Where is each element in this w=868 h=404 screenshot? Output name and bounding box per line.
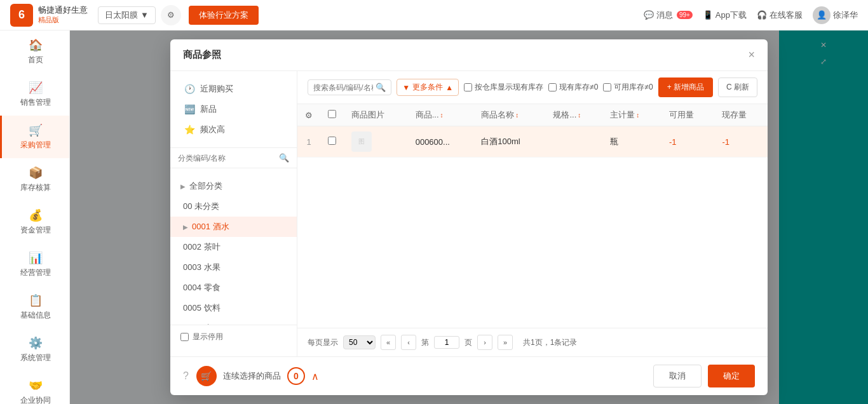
tree-item-0003 水果[interactable]: 0003 水果 (170, 257, 297, 278)
category-search-input[interactable] (178, 154, 276, 163)
tree-arrow-icon: ▶ (180, 183, 186, 190)
last-page-button[interactable]: » (498, 335, 513, 350)
sidebar-item-系统管理[interactable]: ⚙️系统管理 (0, 328, 69, 371)
product-search-icon[interactable]: 🔍 (376, 83, 386, 92)
row-available: -1 (661, 126, 714, 158)
page-number-input[interactable] (434, 336, 459, 349)
service-nav-item[interactable]: 🎧 在线客服 (757, 10, 803, 21)
quick-section: 🕐近期购买🆕新品⭐频次高 (170, 79, 297, 145)
trial-button[interactable]: 体验行业方案 (189, 6, 259, 25)
sidebar-item-库存核算[interactable]: 📦库存核算 (0, 158, 69, 201)
footer-buttons: 取消 确定 (653, 365, 755, 387)
col-unit[interactable]: 主计量↕ (602, 104, 661, 126)
store-selector[interactable]: 日太阳膜 ▼ (98, 6, 156, 24)
col-spec[interactable]: 规格...↕ (545, 104, 602, 126)
sidebar-item-资金管理[interactable]: 💰资金管理 (0, 201, 69, 243)
dialog-close-button[interactable]: × (748, 48, 755, 62)
product-table-wrap: ⚙ 商品图片 商品...↕ 商品名称↕ 规格...↕ 主计量↕ 可用量 现存量 (297, 104, 768, 328)
dialog-header: 商品参照 × (170, 39, 768, 71)
cancel-button[interactable]: 取消 (653, 365, 702, 387)
cart-icon[interactable]: 🛒 (196, 366, 217, 386)
tree-item-0008 水[interactable]: 0008 水 (170, 318, 297, 325)
tree-item-label: 0002 茶叶 (183, 241, 220, 253)
product-search-wrap: 🔍 (308, 79, 391, 95)
col-settings[interactable]: ⚙ (297, 104, 320, 126)
sidebar-item-企业协同[interactable]: 🤝企业协同 (0, 371, 69, 404)
user-nav-item[interactable]: 👤 徐泽华 (813, 6, 858, 24)
sidebar-label: 经营管理 (20, 267, 51, 278)
row-checkbox[interactable] (320, 126, 344, 158)
dialog-body: 🕐近期购买🆕新品⭐频次高 🔍 ▶全部分类00 未分类▶0001 酒水0002 茶… (170, 71, 768, 356)
product-thumb: 图 (351, 131, 372, 152)
tree-item-label: 0003 水果 (183, 262, 220, 273)
sidebar-label: 首页 (28, 55, 43, 65)
sidebar: 🏠首页📈销售管理🛒采购管理📦库存核算💰资金管理📊经营管理📋基础信息⚙️系统管理🤝… (0, 30, 70, 404)
col-stock: 现存量 (714, 104, 768, 126)
tree-item-0002 茶叶[interactable]: 0002 茶叶 (170, 237, 297, 257)
stock-filter-checkbox[interactable]: 现有库存≠0 (548, 82, 598, 93)
confirm-button[interactable]: 确定 (708, 365, 755, 387)
filter-icon: ▼ (402, 83, 410, 92)
settings-button[interactable]: ⚙ (161, 5, 181, 25)
app-download-nav-item[interactable]: 📱 App下载 (703, 10, 747, 21)
tree-item-label: 0004 零食 (183, 282, 220, 293)
select-all-checkbox[interactable] (328, 110, 336, 118)
per-page-label: 每页显示 (308, 337, 338, 348)
tree-item-0004 零食[interactable]: 0004 零食 (170, 278, 297, 298)
quick-item-频次高[interactable]: ⭐频次高 (178, 119, 289, 140)
tree-item-0001 酒水[interactable]: ▶0001 酒水 (170, 217, 297, 237)
tree-arrow-icon: ▶ (183, 224, 188, 231)
sidebar-item-基础信息[interactable]: 📋基础信息 (0, 286, 69, 328)
per-page-select[interactable]: 50 100 (343, 335, 376, 349)
pagination-row: 每页显示 50 100 « ‹ 第 页 › » 共 (297, 328, 768, 356)
search-icon[interactable]: 🔍 (279, 153, 289, 163)
tree-item-label: 0005 饮料 (183, 302, 220, 314)
page-suffix: 页 (465, 337, 472, 348)
headset-icon: 🎧 (757, 10, 767, 20)
available-filter-checkbox[interactable]: 可用库存≠0 (603, 82, 653, 93)
sidebar-item-销售管理[interactable]: 📈销售管理 (0, 73, 69, 116)
help-icon[interactable]: ? (183, 370, 189, 382)
add-product-button[interactable]: + 新增商品 (658, 77, 713, 97)
top-nav: 6 畅捷通好生意 精品版 日太阳膜 ▼ ⚙ 体验行业方案 💬 消息 99+ 📱 … (0, 0, 868, 30)
tree-item-00 未分类[interactable]: 00 未分类 (170, 196, 297, 217)
cart-area: 🛒 连续选择的商品 0 ∧ (196, 366, 319, 386)
show-disabled-checkbox[interactable] (180, 333, 189, 341)
expand-cart-button[interactable]: ∧ (311, 370, 319, 382)
col-name[interactable]: 商品名称↕ (473, 104, 545, 126)
cart-label: 连续选择的商品 (223, 370, 281, 382)
sidebar-item-采购管理[interactable]: 🛒采购管理 (0, 116, 69, 158)
sidebar-item-经营管理[interactable]: 📊经营管理 (0, 243, 69, 286)
brand-sub: 精品版 (38, 15, 88, 25)
category-search-row: 🔍 (170, 147, 297, 168)
tree-item-0005 饮料[interactable]: 0005 饮料 (170, 298, 297, 318)
tree-item-label: 0001 酒水 (192, 221, 229, 232)
main-layout: 🏠首页📈销售管理🛒采购管理📦库存核算💰资金管理📊经营管理📋基础信息⚙️系统管理🤝… (0, 30, 868, 404)
row-num: 1 (297, 126, 320, 158)
sidebar-label: 资金管理 (20, 225, 51, 236)
sidebar-label: 销售管理 (20, 97, 51, 108)
prev-page-button[interactable]: ‹ (401, 335, 416, 350)
sidebar-item-首页[interactable]: 🏠首页 (0, 30, 69, 73)
quick-item-近期购买[interactable]: 🕐近期购买 (178, 79, 289, 99)
tree-item-label: 00 未分类 (183, 201, 219, 212)
message-icon: 💬 (644, 10, 654, 20)
product-table: ⚙ 商品图片 商品...↕ 商品名称↕ 规格...↕ 主计量↕ 可用量 现存量 (297, 104, 768, 158)
row-name: 白酒100ml (473, 126, 545, 158)
refresh-button[interactable]: C 刷新 (718, 77, 757, 97)
tree-item-全部分类[interactable]: ▶全部分类 (170, 176, 297, 196)
table-row[interactable]: 1 图 000600... 白酒100ml 瓶 -1 -1 (297, 126, 768, 158)
dialog-right-panel: 🔍 ▼ 更多条件 ▲ 按仓库显示现有库存 (297, 71, 768, 356)
next-page-button[interactable]: › (477, 335, 492, 350)
more-filter-button[interactable]: ▼ 更多条件 ▲ (397, 79, 459, 96)
warehouse-filter-checkbox[interactable]: 按仓库显示现有库存 (464, 82, 543, 93)
dialog-title: 商品参照 (183, 49, 221, 61)
product-search-input[interactable] (313, 83, 373, 92)
first-page-button[interactable]: « (381, 335, 396, 350)
col-code[interactable]: 商品...↕ (408, 104, 474, 126)
nav-right: 💬 消息 99+ 📱 App下载 🎧 在线客服 👤 徐泽华 (644, 6, 858, 24)
quick-icon: 🕐 (184, 84, 195, 94)
quick-item-新品[interactable]: 🆕新品 (178, 99, 289, 119)
logo-icon: 6 (10, 4, 33, 27)
message-nav-item[interactable]: 💬 消息 99+ (644, 10, 693, 21)
